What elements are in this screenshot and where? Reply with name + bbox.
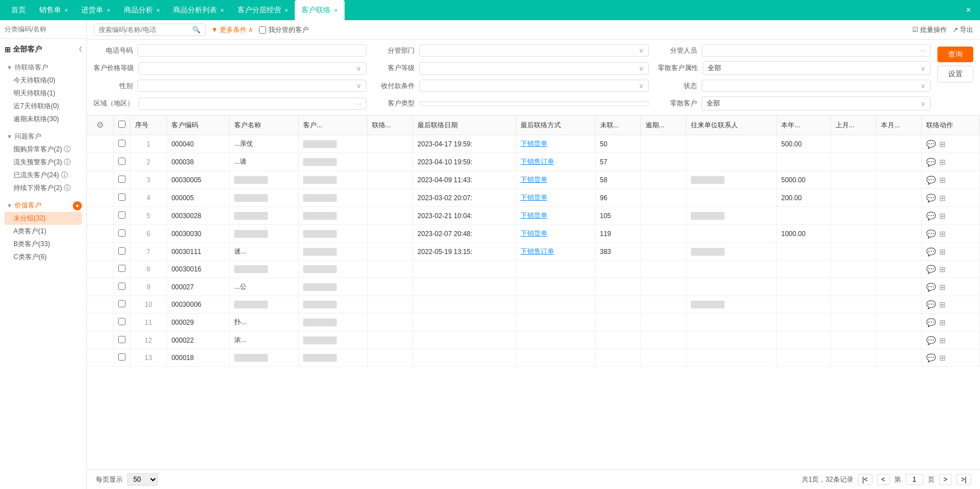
filter-my-customers[interactable]: 我分管的客户 [259,25,309,35]
gender-select[interactable]: ∨ [137,80,366,92]
filter-my-checkbox[interactable] [259,26,266,34]
th-type[interactable]: 客户... [298,116,367,135]
query-button[interactable]: 查询 [937,47,973,62]
row-checkbox[interactable] [113,207,130,225]
zero-customer-select[interactable]: 全部 ∨ [702,96,931,110]
close-tab-analysis-list[interactable]: × [220,7,224,13]
row-checkbox[interactable] [113,296,130,313]
action-message-icon[interactable]: 💬 [926,176,936,184]
customer-level-select[interactable]: ∨ [419,62,648,75]
nav-tab-analysis[interactable]: 商品分析 × [117,0,166,20]
price-level-select[interactable]: ∨ [138,62,366,75]
close-tab-sales[interactable]: × [64,7,68,13]
nav-tab-customer-segment[interactable]: 客户分层经营 × [231,0,295,20]
payment-select[interactable]: ∨ [419,80,648,92]
row-checkbox[interactable] [113,278,130,296]
nav-tab-purchase[interactable]: 进货单 × [75,0,117,20]
th-last-month[interactable]: 上月... [830,116,876,135]
th-contact-person[interactable]: 往来单位联系人 [686,116,777,135]
action-grid-icon[interactable]: ⊞ [939,353,946,362]
action-message-icon[interactable]: 💬 [926,247,936,256]
page-number-input[interactable] [905,474,923,485]
global-close-button[interactable]: × [962,5,976,15]
sidebar-item-b-class[interactable]: B类客户(33) [4,238,82,251]
action-message-icon[interactable]: 💬 [926,211,936,220]
sidebar-item-hoarding[interactable]: 囤购异常客户(2) ⓘ [4,143,82,156]
row-checkbox[interactable] [113,225,130,243]
action-grid-icon[interactable]: ⊞ [939,211,946,220]
page-size-select[interactable]: 50 100 200 [127,473,158,486]
next-page-button[interactable]: > [939,474,952,485]
sidebar-item-c-class[interactable]: C类客户(6) [4,251,82,264]
th-last-date[interactable]: 最后联络日期 [413,116,516,135]
row-checkbox[interactable] [113,189,130,207]
sidebar-group-pending[interactable]: ▼ 待联络客户 [4,61,82,74]
sidebar-item-ungrouped[interactable]: 未分组(32) [4,212,82,225]
action-grid-icon[interactable]: ⊞ [939,176,946,184]
action-grid-icon[interactable]: ⊞ [939,300,946,309]
prev-page-button[interactable]: < [877,474,890,485]
action-message-icon[interactable]: 💬 [926,229,936,238]
th-unlinked[interactable]: 未联... [595,116,640,135]
last-page-button[interactable]: >| [956,474,971,485]
action-grid-icon[interactable]: ⊞ [939,158,946,167]
action-message-icon[interactable]: 💬 [926,353,936,362]
sidebar-item-declining[interactable]: 持续下滑客户(2) ⓘ [4,182,82,195]
filter-more-conditions[interactable]: ▼ 更多条件 ∧ [211,25,253,35]
close-tab-customer-segment[interactable]: × [285,7,288,13]
row-checkbox[interactable] [113,261,130,278]
export-button[interactable]: ↗ 导出 [953,25,973,35]
dept-select[interactable]: ∨ [419,44,648,57]
action-grid-icon[interactable]: ⊞ [939,247,946,256]
sidebar-item-churn-warn[interactable]: 流失预警客户(3) ⓘ [4,156,82,169]
nav-tab-analysis-list[interactable]: 商品分析列表 × [166,0,230,20]
region-select[interactable]: ··· [138,98,366,110]
action-grid-icon[interactable]: ⊞ [939,193,946,202]
filter-search-input[interactable] [99,26,192,34]
close-tab-customer-contact[interactable]: × [334,7,337,13]
nav-tab-customer-contact[interactable]: 客户联络 × [295,0,344,20]
row-checkbox[interactable] [113,349,130,367]
action-message-icon[interactable]: 💬 [926,300,936,309]
action-message-icon[interactable]: 💬 [926,283,936,292]
close-tab-purchase[interactable]: × [106,7,110,13]
select-all-checkbox[interactable] [118,121,126,128]
sidebar-item-tomorrow[interactable]: 明天待联络(1) [4,87,82,100]
action-grid-icon[interactable]: ⊞ [939,229,946,238]
row-checkbox[interactable] [113,171,130,189]
reset-button[interactable]: 设置 [937,66,973,82]
sidebar-item-overdue[interactable]: 逾期未联络(30) [4,113,82,126]
status-select[interactable]: ∨ [702,80,931,92]
customer-type-select[interactable] [419,102,648,106]
gear-icon[interactable]: ⚙ [96,120,104,130]
nav-tab-sales[interactable]: 销售单 × [32,0,75,20]
row-checkbox[interactable] [113,135,130,153]
action-message-icon[interactable]: 💬 [926,318,936,327]
first-page-button[interactable]: |< [858,474,872,485]
action-message-icon[interactable]: 💬 [926,265,936,274]
all-customers-title[interactable]: ⊞ 全部客户 《 [4,42,82,57]
th-this-month[interactable]: 本月... [876,116,921,135]
row-checkbox[interactable] [113,243,130,261]
action-message-icon[interactable]: 💬 [926,140,936,149]
collapse-sidebar-icon[interactable]: 《 [76,45,82,54]
close-tab-analysis[interactable]: × [156,7,160,13]
th-overdue[interactable]: 逾期... [640,116,686,135]
th-this-year[interactable]: 本年... [777,116,830,135]
action-grid-icon[interactable]: ⊞ [939,336,946,345]
th-contact[interactable]: 联络... [367,116,412,135]
row-checkbox[interactable] [113,153,130,171]
action-message-icon[interactable]: 💬 [926,158,936,167]
sidebar-group-problem[interactable]: ▼ 问题客户 [4,130,82,143]
sidebar-item-7days[interactable]: 近7天待联络(0) [4,100,82,113]
batch-operations-button[interactable]: ☑ 批量操作 [912,25,947,35]
sidebar-item-a-class[interactable]: A类客户(1) [4,225,82,238]
sidebar-item-today[interactable]: 今天待联络(0) [4,74,82,87]
zero-attr-select[interactable]: 全部 ∨ [703,61,931,75]
th-gear[interactable]: ⚙ [87,116,113,135]
action-grid-icon[interactable]: ⊞ [939,140,946,149]
row-checkbox[interactable] [113,313,130,331]
nav-home[interactable]: 首页 [4,0,32,20]
th-code[interactable]: 客户编码 [166,116,229,135]
sidebar-item-churned[interactable]: 已流失客户(24) ⓘ [4,169,82,182]
